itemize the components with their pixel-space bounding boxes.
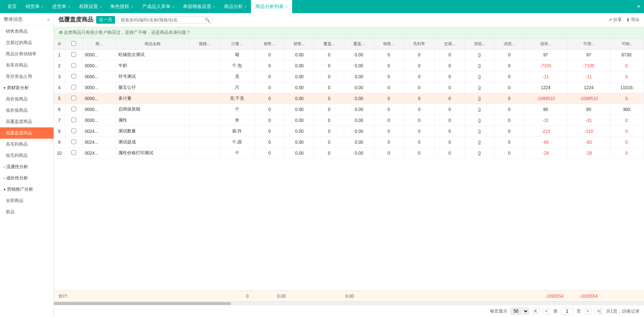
sidebar-item-all-goods[interactable]: 全部商品 — [0, 195, 54, 206]
row-checkbox[interactable] — [65, 148, 82, 159]
row-browse1[interactable]: 0 — [464, 49, 494, 60]
last-page-button[interactable]: >| — [594, 308, 603, 314]
sidebar-section-circulation[interactable]: › 流通性分析 — [0, 161, 54, 173]
nav-tab-analysis-list-close[interactable]: × — [285, 4, 287, 9]
row-select-checkbox[interactable] — [71, 96, 76, 100]
first-page-button[interactable]: K — [532, 308, 540, 314]
search-input[interactable] — [121, 17, 205, 23]
row-checkbox[interactable] — [65, 115, 82, 126]
sidebar-item-in-stock[interactable]: 有库存商品 — [0, 60, 54, 71]
nav-tab-permission[interactable]: 权限设置 × — [75, 0, 106, 13]
row-browse1[interactable]: 0 — [464, 71, 494, 82]
page-size-select[interactable]: 50 100 200 — [510, 308, 529, 315]
nav-tab-product-warehouse[interactable]: 产成品入库单 × — [138, 0, 178, 13]
row-name[interactable]: 服宝公仔 — [116, 82, 189, 93]
row-checkbox[interactable] — [65, 60, 82, 71]
row-name[interactable]: 测试数量 — [116, 126, 189, 137]
row-select-checkbox[interactable] — [71, 118, 76, 122]
sidebar-item-sales-goods[interactable]: 销售类商品 — [0, 26, 54, 37]
sidebar-item-low-value[interactable]: 低价值商品 — [0, 105, 54, 116]
nav-close-all-button[interactable]: × — [637, 3, 640, 10]
row-name[interactable]: 旺辅批次测试 — [116, 49, 189, 60]
row-select-checkbox[interactable] — [71, 85, 76, 90]
sidebar-item-high-value[interactable]: 高价值商品 — [0, 94, 54, 105]
sidebar-item-low-coverage[interactable]: 低覆盖度商品 — [0, 127, 54, 139]
col-trade[interactable]: 交易... — [435, 39, 465, 49]
time-filter-button[interactable]: 近一月 — [96, 16, 115, 24]
row-name[interactable]: 属性 — [116, 115, 189, 126]
sidebar-item-traded-goods[interactable]: 交易过的商品 — [0, 37, 54, 48]
col-coverage1[interactable]: 覆盖... — [314, 39, 344, 49]
row-select-checkbox[interactable] — [71, 107, 76, 111]
nav-tab-analysis-close[interactable]: × — [244, 4, 247, 9]
row-browse1[interactable]: 0 — [464, 126, 494, 137]
sidebar-section-marketing[interactable]: ▾ 营销推广分析 — [0, 184, 54, 195]
nav-tab-sales-close[interactable]: × — [41, 4, 43, 9]
col-saleable[interactable]: 可销... — [610, 39, 644, 49]
row-browse1[interactable]: 0 — [464, 93, 494, 104]
nav-tab-permission-close[interactable]: × — [99, 4, 102, 9]
col-available[interactable]: 可用... — [567, 39, 610, 49]
col-settings[interactable]: ⚙ — [54, 39, 65, 49]
prev-page-button[interactable]: < — [543, 308, 550, 314]
row-checkbox[interactable] — [65, 93, 82, 104]
nav-tab-role[interactable]: 角色授权 × — [106, 0, 137, 13]
nav-tab-purchase[interactable]: 进货单 × — [48, 0, 74, 13]
share-button[interactable]: ↗ 分享 — [608, 17, 622, 23]
col-current[interactable]: 现有... — [524, 39, 567, 49]
row-browse1[interactable]: 0 — [464, 60, 494, 71]
col-name[interactable]: 商品名称 — [116, 39, 189, 49]
row-checkbox[interactable] — [65, 82, 82, 93]
row-browse1[interactable]: 0 — [464, 82, 494, 93]
col-sales-x[interactable]: 销售... — [374, 39, 404, 49]
row-select-checkbox[interactable] — [71, 150, 76, 155]
row-browse1[interactable]: 0 — [464, 137, 494, 148]
sidebar-item-stock-capital[interactable]: 库存资金占用 — [0, 71, 54, 82]
sidebar-section-wealth[interactable]: ▾ 类财富分析 — [0, 82, 54, 94]
col-browse2[interactable]: 浏览... — [494, 39, 524, 49]
page-input[interactable] — [561, 308, 574, 314]
row-name[interactable]: 属性价格打印测试 — [116, 148, 189, 159]
sidebar-item-new-goods[interactable]: 新品 — [0, 206, 54, 218]
row-browse1[interactable]: 0 — [464, 104, 494, 115]
row-checkbox[interactable] — [65, 126, 82, 137]
row-browse1[interactable]: 0 — [464, 115, 494, 126]
row-checkbox[interactable] — [65, 137, 82, 148]
next-page-button[interactable]: > — [584, 308, 592, 314]
col-browse1[interactable]: 浏览... — [464, 39, 494, 49]
row-select-checkbox[interactable] — [71, 52, 76, 57]
row-select-checkbox[interactable] — [71, 74, 76, 79]
col-spec[interactable]: 规格... — [189, 39, 219, 49]
export-button[interactable]: ⬆ 导出 — [626, 17, 640, 23]
sidebar-section-growth[interactable]: › 成长性分析 — [0, 173, 54, 184]
sidebar-item-category-rate[interactable]: 商品分类动销率 — [0, 48, 54, 60]
nav-tab-product-warehouse-close[interactable]: × — [172, 4, 174, 9]
sidebar-item-high-coverage[interactable]: 高覆盖度商品 — [0, 116, 54, 127]
row-select-checkbox[interactable] — [71, 128, 76, 133]
sidebar-item-high-margin[interactable]: 高毛利商品 — [0, 139, 54, 150]
col-sales-qty[interactable]: 销售... — [255, 39, 284, 49]
row-name[interactable]: 符号测试 — [116, 71, 189, 82]
row-name[interactable]: 启用保质期 — [116, 104, 189, 115]
row-name[interactable]: 牛奶 — [116, 60, 189, 71]
row-name[interactable]: 多计量 — [116, 93, 189, 104]
row-checkbox[interactable] — [65, 49, 82, 60]
col-code[interactable]: 商... — [82, 39, 116, 49]
col-gross-rate[interactable]: 毛利率 — [404, 39, 435, 49]
horizontal-scrollbar[interactable] — [54, 301, 644, 305]
search-icon[interactable]: 🔍 — [205, 17, 210, 23]
row-checkbox[interactable] — [65, 104, 82, 115]
row-name[interactable]: 测试提成 — [116, 137, 189, 148]
select-all-checkbox[interactable] — [71, 41, 76, 46]
nav-tab-template-close[interactable]: × — [213, 4, 215, 9]
sidebar-collapse-button[interactable]: « — [47, 16, 50, 22]
col-unit[interactable]: 计量... — [219, 39, 255, 49]
nav-tab-analysis[interactable]: 商品分析 × — [220, 0, 251, 13]
nav-tab-purchase-close[interactable]: × — [68, 4, 70, 9]
nav-tab-template[interactable]: 单据模板设置 × — [178, 0, 219, 13]
sidebar-item-low-margin[interactable]: 低毛利商品 — [0, 150, 54, 161]
nav-tab-analysis-list[interactable]: 商品分析列表 × — [251, 0, 292, 13]
col-coverage2[interactable]: 覆盖... — [344, 39, 374, 49]
col-sales-amt[interactable]: 销售... — [284, 39, 314, 49]
row-checkbox[interactable] — [65, 71, 82, 82]
